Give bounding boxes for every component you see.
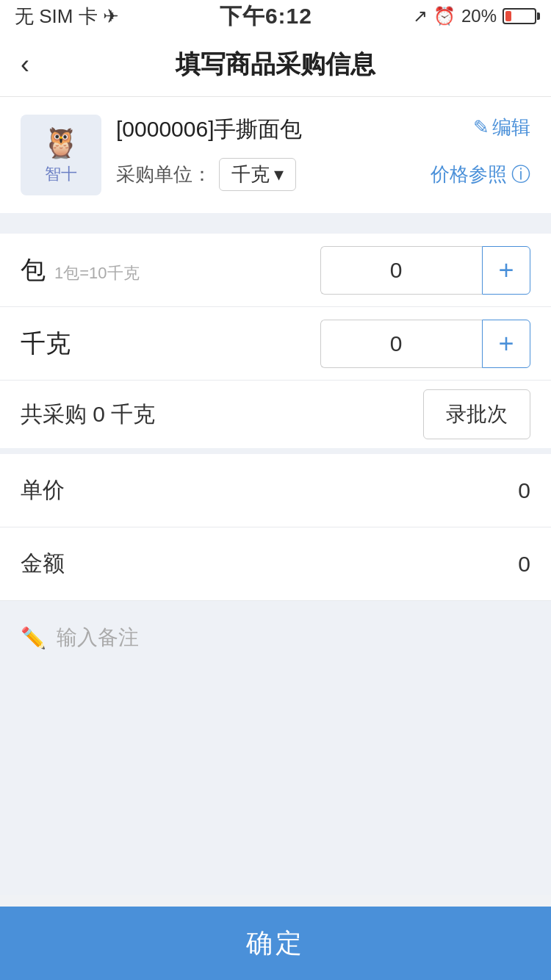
- status-bar-right: ↗ ⏰ 20%: [413, 6, 536, 26]
- unit-row: 采购单位： 千克 ▾: [116, 158, 296, 191]
- total-text: 共采购 0 千克: [21, 400, 155, 430]
- input-section: 包 1包=10千克 + 千克 + 共采购 0 千克 录批次: [0, 234, 551, 454]
- kg-input-right: +: [320, 320, 530, 368]
- kg-label: 千克: [21, 327, 71, 361]
- batch-button[interactable]: 录批次: [423, 389, 530, 439]
- nav-bar: ‹ 填写商品采购信息: [0, 32, 551, 97]
- kg-plus-button[interactable]: +: [482, 320, 530, 368]
- pencil-icon: ✏️: [21, 626, 46, 650]
- price-section: 单价 0 金额 0: [0, 454, 551, 601]
- unit-price-label: 单价: [21, 475, 65, 505]
- unit-price-value: 0: [518, 478, 530, 503]
- edit-icon: ✎: [473, 116, 489, 139]
- product-top-row: [0000006]手撕面包 ✎ 编辑: [116, 115, 530, 145]
- battery-fill: [505, 11, 511, 21]
- bao-sub-text: 1包=10千克: [54, 262, 140, 284]
- kg-input-row: 千克 +: [0, 307, 551, 381]
- location-icon: ↗: [413, 6, 428, 26]
- product-info: [0000006]手撕面包 ✎ 编辑 采购单位： 千克 ▾ 价格参照 ⓘ: [116, 115, 530, 191]
- main-wrapper: 无 SIM 卡 ✈ 下午6:12 ↗ ⏰ 20% ‹ 填写商品采购信息 🦉 智十…: [0, 0, 551, 980]
- bao-label-text: 包: [21, 253, 46, 287]
- owl-icon: 🦉: [43, 126, 79, 160]
- remark-section[interactable]: ✏️ 输入备注: [0, 601, 551, 674]
- price-ref-label: 价格参照: [431, 162, 507, 187]
- amount-label: 金额: [21, 549, 65, 579]
- bao-input-row: 包 1包=10千克 +: [0, 234, 551, 307]
- status-bar-left: 无 SIM 卡 ✈: [15, 4, 119, 29]
- info-icon: ⓘ: [511, 162, 530, 187]
- back-button[interactable]: ‹: [21, 49, 29, 80]
- fill-area: [0, 674, 551, 895]
- amount-row: 金额 0: [0, 527, 551, 601]
- unit-value: 千克: [231, 162, 270, 187]
- amount-value: 0: [518, 552, 530, 577]
- unit-prefix-label: 采购单位：: [116, 162, 212, 187]
- edit-button[interactable]: ✎ 编辑: [473, 115, 530, 140]
- product-bottom-row: 采购单位： 千克 ▾ 价格参照 ⓘ: [116, 158, 530, 191]
- bao-plus-button[interactable]: +: [482, 246, 530, 295]
- price-ref-button[interactable]: 价格参照 ⓘ: [431, 162, 530, 187]
- product-card: 🦉 智十 [0000006]手撕面包 ✎ 编辑 采购单位： 千克 ▾: [0, 97, 551, 219]
- edit-label: 编辑: [492, 115, 530, 140]
- brand-text: 智十: [45, 163, 77, 185]
- kg-label-text: 千克: [21, 327, 71, 361]
- battery-pct: 20%: [461, 6, 497, 26]
- section-separator-1: [0, 219, 551, 234]
- confirm-button[interactable]: 确定: [0, 907, 551, 980]
- unit-dropdown[interactable]: 千克 ▾: [219, 158, 296, 191]
- chevron-down-icon: ▾: [274, 163, 284, 186]
- bao-input-right: +: [320, 246, 530, 295]
- bao-quantity-input[interactable]: [320, 246, 482, 295]
- kg-quantity-input[interactable]: [320, 320, 482, 368]
- page-title: 填写商品采购信息: [176, 48, 375, 82]
- remark-placeholder: 输入备注: [57, 624, 139, 652]
- status-bar: 无 SIM 卡 ✈ 下午6:12 ↗ ⏰ 20%: [0, 0, 551, 32]
- battery-icon: [503, 8, 536, 24]
- bao-label: 包 1包=10千克: [21, 253, 140, 287]
- alarm-icon: ⏰: [433, 6, 455, 26]
- product-name: [0000006]手撕面包: [116, 115, 302, 145]
- total-row: 共采购 0 千克 录批次: [0, 381, 551, 454]
- product-image: 🦉 智十: [21, 115, 101, 195]
- unit-price-row: 单价 0: [0, 454, 551, 527]
- sim-status: 无 SIM 卡 ✈: [15, 4, 119, 29]
- status-bar-time: 下午6:12: [220, 1, 312, 32]
